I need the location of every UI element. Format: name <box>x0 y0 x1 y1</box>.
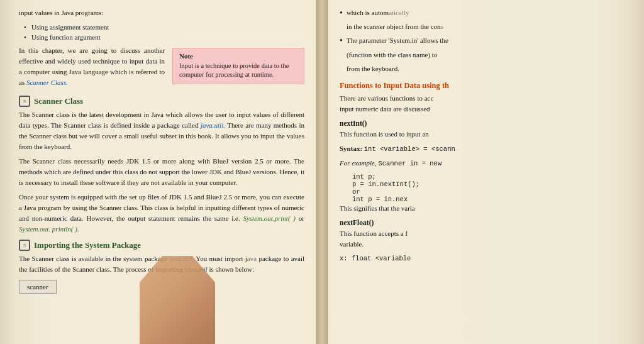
scanner-para-1: The Scanner class is the latest developm… <box>19 109 304 152</box>
nextint-desc: This function is used to input an <box>340 129 625 140</box>
intro-top-label: input values in Java programs: <box>19 9 103 16</box>
page-binding <box>316 0 328 344</box>
java-util-link-1: java.util. <box>201 121 225 129</box>
nextint-name: nextInt() <box>340 119 625 127</box>
scanner-tag: scanner <box>19 280 57 294</box>
note-box: Note Input is a technique to provide dat… <box>172 48 304 84</box>
intro-top-text: input values in Java programs: <box>19 8 304 18</box>
bullet-item-1: Using assignment statement <box>24 22 304 33</box>
bullet-dot-3: • <box>340 35 343 47</box>
example-label: For example, <box>340 159 377 167</box>
functions-intro-line1: There are various functions to acc <box>340 94 433 102</box>
nextint-syntax: Syntax: int <variable> = <scann <box>340 143 625 154</box>
right-bullet-3: • The parameter 'System.in' allows the <box>340 35 625 47</box>
scanner-class-section-header: ≡ Scanner Class <box>19 96 304 107</box>
right-bullet-text-4: (function with the class name) to <box>347 50 438 60</box>
right-bullet-text-2: in the scanner object from the cons <box>347 21 443 32</box>
right-bullet-5: • from the keyboard. <box>340 64 625 75</box>
note-text: Input is a technique to provide data to … <box>179 62 297 80</box>
right-bullet-2: • in the scanner object from the cons <box>340 21 625 33</box>
nextfloat-syntax-text: x: float <variable <box>340 255 411 262</box>
nextint-section: nextInt() This function is used to input… <box>340 119 625 214</box>
bullet-dot-1: • <box>340 8 343 19</box>
nextfloat-desc-text: This function accepts a f <box>340 230 408 237</box>
code-line-1: int p; <box>352 173 625 180</box>
nextint-desc-line1: This function is used to input an <box>340 130 429 138</box>
nextfloat-var: variable. <box>340 240 364 248</box>
left-page: input values in Java programs: Using ass… <box>0 0 316 344</box>
scanner-class-title: Scanner Class <box>34 96 83 106</box>
nextfloat-desc: This function accepts a f variable. <box>340 228 625 250</box>
functions-intro: There are various functions to acc input… <box>340 93 625 114</box>
right-bullet-text-5: from the keyboard. <box>347 64 399 74</box>
right-bullet-1: • which is automatically <box>340 8 625 19</box>
nextfloat-section: nextFloat() This function accepts a f va… <box>340 219 625 264</box>
code-line-4: int p = in.nex <box>352 196 625 203</box>
right-bullet-text-1: which is automatically <box>347 8 409 18</box>
right-top-text: • which is automatically • in the scanne… <box>340 8 625 75</box>
functions-intro-line2: input numeric data are discussed <box>340 105 430 113</box>
right-page: • which is automatically • in the scanne… <box>328 0 644 344</box>
functions-header: Functions to Input Data using th <box>340 81 625 91</box>
example-code: Scanner in = new <box>378 160 441 167</box>
nextfloat-name: nextFloat() <box>340 219 625 226</box>
page-container: input values in Java programs: Using ass… <box>0 0 644 344</box>
scanner-para-2: The Scanner class necessarily needs JDK … <box>19 156 304 188</box>
note-title: Note <box>179 52 297 60</box>
intro-section: Note Input is a technique to provide dat… <box>19 45 304 92</box>
system-out-println-link: System.out. println( ). <box>19 225 79 233</box>
importing-section-header: ≡ Importing the System Package <box>19 240 304 251</box>
right-bullet-text-3: The parameter 'System.in' allows the <box>347 35 448 46</box>
syntax-text: int <variable> = <scann <box>364 145 455 153</box>
bullet-item-2: Using function argument <box>24 32 304 43</box>
hand-overlay <box>140 256 215 344</box>
system-out-print-link: System.out.print( ) <box>243 214 296 222</box>
code-line-2: p = in.nextInt(); <box>352 180 625 188</box>
bullet-list: Using assignment statement Using functio… <box>24 22 304 43</box>
scanner-para-3: Once your system is equipped with the se… <box>19 192 304 235</box>
importing-section-icon: ≡ <box>19 240 30 251</box>
nextint-signifies: This signifies that the varia <box>340 203 625 214</box>
nextint-code-block: int p; p = in.nextInt(); or int p = in.n… <box>340 173 625 203</box>
right-bullet-4: • (function with the class name) to <box>340 50 625 61</box>
nextfloat-syntax: x: float <variable <box>340 253 625 264</box>
importing-title: Importing the System Package <box>34 240 141 250</box>
syntax-label: Syntax: <box>340 145 362 152</box>
code-line-3: or <box>352 188 625 196</box>
scanner-class-link: Scanner Class. <box>26 79 68 86</box>
nextint-example: For example, Scanner in = new <box>340 158 625 169</box>
scanner-section-icon: ≡ <box>19 96 30 107</box>
